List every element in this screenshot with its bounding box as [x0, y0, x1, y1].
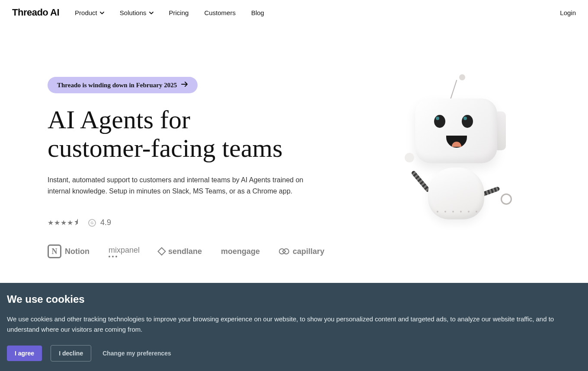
robot-hand-left — [405, 153, 414, 162]
hero-subtitle: Instant, automated support to customers … — [48, 174, 324, 197]
brand-label: Notion — [65, 247, 89, 256]
brand-label: sendlane — [168, 247, 202, 256]
nav-item-customers[interactable]: Customers — [204, 9, 236, 16]
robot-arm-left — [411, 170, 431, 193]
hero-illustration — [376, 68, 540, 241]
announcement-pill[interactable]: Threado is winding down in February 2025 — [48, 77, 198, 93]
rating-row: ★ ★ ★ ★ ⯨ G 4.9 — [48, 218, 359, 227]
cookie-title: We use cookies — [7, 293, 581, 305]
star-icon: ★ — [61, 219, 67, 227]
nav-item-blog[interactable]: Blog — [251, 9, 264, 16]
cookie-banner: We use cookies We use cookies and other … — [0, 283, 588, 371]
cookie-decline-button[interactable]: I decline — [51, 345, 91, 361]
star-half-icon: ⯨ — [74, 219, 80, 227]
nav-label: Customers — [204, 9, 236, 16]
brand-notion: N Notion — [48, 244, 89, 258]
star-rating: ★ ★ ★ ★ ⯨ — [48, 219, 80, 227]
nav-label: Solutions — [120, 9, 147, 16]
robot-illustration — [376, 68, 540, 241]
login-link[interactable]: Login — [560, 9, 576, 16]
hero-section: Threado is winding down in February 2025… — [0, 25, 588, 258]
robot-rivets — [437, 211, 477, 212]
hearts-icon — [279, 247, 289, 255]
brand-logos: N Notion mixpanel sendlane moengage capi… — [48, 244, 359, 258]
cookie-preferences-link[interactable]: Change my preferences — [100, 346, 174, 361]
nav-item-pricing[interactable]: Pricing — [169, 9, 189, 16]
star-icon: ★ — [48, 219, 54, 227]
robot-hand-right — [501, 193, 512, 205]
rating-value: 4.9 — [100, 218, 111, 227]
brand-label: moengage — [221, 247, 260, 256]
robot-head — [415, 98, 497, 163]
nav-label: Pricing — [169, 9, 189, 16]
nav-item-product[interactable]: Product — [75, 9, 104, 16]
announcement-text: Threado is winding down in February 2025 — [57, 82, 177, 89]
cookie-text: We use cookies and other tracking techno… — [7, 314, 569, 335]
nav-label: Product — [75, 9, 97, 16]
arrow-right-icon — [181, 81, 188, 89]
mixpanel-dots-icon — [109, 256, 117, 257]
brand-label: capillary — [293, 247, 324, 256]
brand-label: mixpanel — [109, 246, 140, 255]
brand-mixpanel: mixpanel — [109, 246, 140, 257]
robot-mouth — [446, 136, 467, 148]
star-icon: ★ — [54, 219, 60, 227]
brand-moengage: moengage — [221, 247, 260, 256]
nav-links: Product Solutions Pricing Customers Blog — [75, 9, 544, 16]
hero-content: Threado is winding down in February 2025… — [48, 77, 359, 258]
brand-sendlane: sendlane — [159, 247, 202, 256]
hero-title: AI Agents for customer-facing teams — [48, 105, 359, 162]
notion-icon: N — [48, 244, 61, 258]
chevron-down-icon — [100, 9, 104, 16]
robot-eye-left — [434, 115, 445, 128]
nav-item-solutions[interactable]: Solutions — [120, 9, 153, 16]
cookie-agree-button[interactable]: I agree — [7, 346, 42, 361]
robot-eye-right — [462, 115, 473, 128]
top-nav: Threado AI Product Solutions Pricing Cus… — [0, 0, 588, 25]
star-icon: ★ — [67, 219, 73, 227]
diamond-icon — [157, 247, 166, 256]
g2-badge-icon: G — [88, 219, 96, 227]
robot-antenna — [449, 74, 466, 100]
logo[interactable]: Threado AI — [12, 7, 59, 18]
chevron-down-icon — [149, 9, 153, 16]
nav-label: Blog — [251, 9, 264, 16]
cookie-actions: I agree I decline Change my preferences — [7, 345, 581, 361]
brand-capillary: capillary — [279, 247, 324, 256]
